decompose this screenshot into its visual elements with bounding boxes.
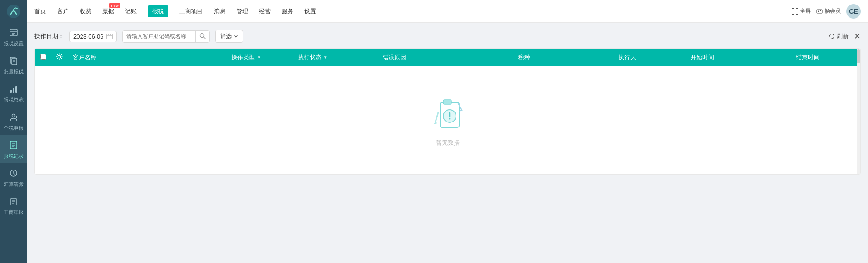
th-checkbox: [35, 49, 51, 66]
empty-state: 暂无数据: [35, 66, 860, 174]
th-executor: 执行人: [605, 49, 649, 66]
nav-right: 全屏 畅会员 CE: [792, 4, 861, 19]
close-button[interactable]: ✕: [854, 32, 861, 40]
svg-point-41: [449, 118, 450, 120]
th-operation-type: 操作类型 ▼: [213, 49, 280, 66]
empty-icon: [427, 93, 468, 139]
th-exec-status: 执行状态 ▼: [280, 49, 346, 66]
svg-rect-11: [15, 86, 17, 93]
empty-text: 暂无数据: [436, 139, 460, 147]
th-tax-type: 税种: [443, 49, 605, 66]
nav-item-accounting[interactable]: 记账: [125, 5, 137, 17]
sidebar-item-tax-settings[interactable]: 报税设置: [0, 23, 27, 51]
sidebar-item-tax-summary[interactable]: 报税总览: [0, 79, 27, 107]
svg-point-25: [818, 10, 819, 12]
filter-button[interactable]: 筛选: [215, 30, 243, 43]
refresh-label: 刷新: [837, 32, 849, 40]
search-icon: [199, 33, 206, 39]
filter-arrow-status[interactable]: ▼: [323, 55, 328, 60]
nav-item-messages[interactable]: 消息: [214, 5, 225, 17]
sidebar-item-label: 报税设置: [4, 40, 24, 47]
nav-item-invoice[interactable]: 票据 new: [102, 5, 114, 17]
batch-tax-icon: [7, 54, 20, 67]
th-start-time: 开始时间: [650, 49, 755, 66]
main-container: 首页 客户 收费 票据 new 记账 报税 工商项目 消息 管理 经营 服务 设…: [27, 0, 868, 263]
svg-point-34: [58, 55, 61, 58]
th-gear: [51, 49, 67, 66]
toolbar: 操作日期： 2023-06-06: [34, 30, 861, 43]
nav-item-settings[interactable]: 设置: [304, 5, 316, 17]
filter-arrow-operation[interactable]: ▼: [257, 55, 261, 60]
data-table: 客户名称 操作类型 ▼ 执行状态: [35, 49, 860, 174]
new-badge: new: [109, 3, 120, 8]
sidebar-item-label: 汇算清缴: [4, 181, 24, 188]
svg-line-35: [436, 112, 438, 122]
personal-tax-icon: [7, 111, 20, 123]
svg-rect-1: [10, 29, 17, 36]
sidebar-item-batch-tax[interactable]: 批量报税: [0, 51, 27, 79]
svg-rect-9: [10, 90, 12, 93]
sidebar-item-label: 个税申报: [4, 125, 24, 132]
date-label: 操作日期：: [34, 32, 64, 40]
nav-item-management[interactable]: 管理: [236, 5, 248, 17]
fullscreen-icon: [792, 8, 798, 15]
nav-item-client[interactable]: 客户: [57, 5, 69, 17]
svg-rect-10: [13, 88, 14, 93]
table-body: 暂无数据: [35, 66, 860, 174]
sidebar-item-tax-records[interactable]: 报税记录: [0, 135, 27, 163]
tax-settings-icon: [7, 26, 20, 39]
svg-rect-24: [817, 10, 822, 13]
fullscreen-button[interactable]: 全屏: [792, 7, 811, 15]
table-container: 客户名称 操作类型 ▼ 执行状态: [34, 48, 861, 175]
empty-row: 暂无数据: [35, 66, 860, 174]
gear-icon[interactable]: [56, 53, 63, 60]
member-button[interactable]: 畅会员: [816, 7, 841, 15]
annual-report-icon: [7, 195, 20, 208]
table-header: 客户名称 操作类型 ▼ 执行状态: [35, 49, 860, 66]
top-nav: 首页 客户 收费 票据 new 记账 报税 工商项目 消息 管理 经营 服务 设…: [27, 0, 868, 23]
settlement-icon: [7, 167, 20, 180]
select-all-checkbox[interactable]: [40, 54, 46, 60]
sidebar-item-label: 报税记录: [4, 153, 24, 160]
sidebar-item-personal-tax[interactable]: 个税申报: [0, 107, 27, 135]
th-end-time: 结束时间: [755, 49, 860, 66]
th-client-name: 客户名称: [67, 49, 213, 66]
sidebar-logo: [0, 0, 27, 23]
search-box: [122, 30, 210, 43]
th-error-reason: 错误原因: [346, 49, 443, 66]
svg-rect-38: [443, 100, 451, 104]
table-scrollbar[interactable]: [857, 49, 860, 174]
date-value: 2023-06-06: [73, 33, 104, 40]
chevron-down-icon: [234, 34, 238, 39]
avatar[interactable]: CE: [846, 4, 861, 19]
sidebar-item-annual-report[interactable]: 工商年报: [0, 191, 27, 219]
table-scrollbar-thumb: [857, 49, 860, 63]
tax-summary-icon: [7, 83, 20, 95]
member-icon: [816, 8, 823, 15]
nav-item-billing[interactable]: 收费: [80, 5, 91, 17]
search-button[interactable]: [195, 31, 209, 42]
nav-item-services[interactable]: 服务: [282, 5, 293, 17]
nav-item-industrial[interactable]: 工商项目: [179, 5, 203, 17]
sidebar-item-settlement[interactable]: 汇算清缴: [0, 163, 27, 191]
search-input[interactable]: [123, 31, 195, 41]
toolbar-right: 刷新 ✕: [829, 32, 861, 40]
nav-items: 首页 客户 收费 票据 new 记账 报税 工商项目 消息 管理 经营 服务 设…: [34, 5, 792, 17]
svg-point-12: [12, 114, 15, 117]
svg-line-33: [203, 37, 205, 39]
page-content: 操作日期： 2023-06-06: [27, 23, 868, 263]
nav-item-home[interactable]: 首页: [34, 5, 46, 17]
nav-item-tax[interactable]: 报税: [148, 5, 168, 17]
date-picker[interactable]: 2023-06-06: [69, 31, 117, 42]
table-scroll: 客户名称 操作类型 ▼ 执行状态: [35, 49, 860, 174]
filter-label: 筛选: [220, 32, 232, 40]
refresh-button[interactable]: 刷新: [829, 32, 849, 40]
tax-records-icon: [7, 139, 20, 151]
sidebar: 报税设置 批量报税 报税总览: [0, 0, 27, 263]
refresh-icon: [829, 33, 835, 39]
sidebar-item-label: 工商年报: [4, 209, 24, 216]
svg-marker-36: [434, 122, 437, 124]
svg-rect-28: [107, 34, 112, 39]
sidebar-item-label: 报税总览: [4, 97, 24, 103]
nav-item-operations[interactable]: 经营: [259, 5, 271, 17]
